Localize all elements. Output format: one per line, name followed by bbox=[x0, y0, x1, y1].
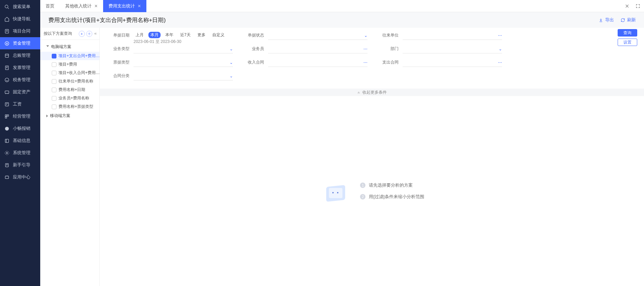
filter-income-contract: 收入合同 ⋯ bbox=[242, 59, 377, 72]
sidebar-item-basic-info[interactable]: 基础信息 bbox=[0, 135, 40, 147]
business-icon bbox=[4, 114, 9, 119]
scheme-panel: 按以下方案查询 + « 电脑端方案 项目+支出合同+费用… 项目+费用 项目+收… bbox=[40, 28, 100, 286]
query-button[interactable]: 查询 bbox=[618, 29, 637, 37]
scheme-item[interactable]: 业务员+费用名称 bbox=[40, 94, 99, 102]
scheme-item-icon bbox=[52, 104, 56, 109]
fullscreen-button[interactable] bbox=[635, 3, 641, 9]
filter-dept: 部门 ⌄ bbox=[377, 45, 511, 59]
tab-home[interactable]: 首页 bbox=[40, 0, 60, 12]
income-contract-input[interactable] bbox=[268, 59, 367, 67]
close-tab-button[interactable] bbox=[624, 3, 630, 9]
more-icon[interactable]: ⋯ bbox=[498, 33, 502, 38]
page-title: 费用支出统计(项目+支出合同+费用名称+日期) bbox=[48, 16, 599, 24]
tabbar: 首页 其他收入统计✕ 费用支出统计✕ bbox=[40, 0, 644, 12]
svg-rect-27 bbox=[5, 176, 8, 178]
sidebar-item-tax[interactable]: 税务管理 bbox=[0, 74, 40, 86]
sidebar-item-business[interactable]: 经营管理 bbox=[0, 110, 40, 122]
sidebar-item-label: 总账管理 bbox=[13, 52, 30, 58]
svg-point-11 bbox=[5, 78, 8, 81]
sidebar-item-salary[interactable]: 工资 bbox=[0, 98, 40, 110]
operator-input[interactable] bbox=[268, 45, 367, 53]
svg-line-1 bbox=[7, 7, 9, 9]
empty-illustration bbox=[319, 176, 350, 206]
refresh-label: 刷新 bbox=[627, 17, 636, 23]
collapse-label: 收起更多条件 bbox=[362, 90, 387, 95]
svg-point-32 bbox=[89, 33, 90, 34]
sidebar-item-system[interactable]: 系统管理 bbox=[0, 147, 40, 159]
chevron-down-icon[interactable]: ⌄ bbox=[230, 60, 233, 65]
biztype-select[interactable] bbox=[134, 45, 233, 53]
chevron-down-icon[interactable]: ⌄ bbox=[499, 47, 502, 51]
scheme-item[interactable]: 往来单位+费用名称 bbox=[40, 77, 99, 86]
date-seg-this-year[interactable]: 本年 bbox=[163, 32, 175, 38]
dept-select[interactable] bbox=[403, 45, 502, 53]
sidebar: 搜索菜单 快捷导航 项目合同 资金管理 总账管理 发票管理 税务管理 固定资产 … bbox=[0, 0, 40, 286]
sidebar-item-label: 搜索菜单 bbox=[13, 4, 30, 10]
expense-contract-input[interactable] bbox=[403, 59, 502, 67]
filter-bill-status: 单据状态 ⌄ bbox=[242, 32, 377, 45]
refresh-button[interactable]: 刷新 bbox=[621, 17, 636, 23]
contract-class-select[interactable] bbox=[134, 72, 233, 80]
sidebar-item-general-ledger[interactable]: 总账管理 bbox=[0, 49, 40, 62]
more-icon[interactable]: ⋯ bbox=[363, 47, 367, 51]
empty-state: 1请先选择要分析的方案 2用[过滤]条件来缩小分析范围 bbox=[100, 96, 644, 286]
date-range-text: 2023-06-01 至 2023-06-30 bbox=[134, 39, 233, 45]
content: 按以下方案查询 + « 电脑端方案 项目+支出合同+费用… 项目+费用 项目+收… bbox=[40, 28, 644, 286]
chevron-down-icon[interactable]: ⌄ bbox=[230, 74, 233, 78]
filter-label: 业务员 bbox=[242, 45, 264, 52]
scheme-group-mobile[interactable]: 移动端方案 bbox=[40, 111, 99, 121]
sidebar-item-app-center[interactable]: 应用中心 bbox=[0, 171, 40, 183]
collapse-conditions-bar[interactable]: 收起更多条件 bbox=[100, 89, 644, 96]
sidebar-item-label: 发票管理 bbox=[13, 65, 30, 71]
tab-label: 费用支出统计 bbox=[109, 3, 135, 9]
collapse-panel-button[interactable]: « bbox=[94, 31, 97, 37]
scheme-item[interactable]: 项目+费用 bbox=[40, 60, 99, 69]
date-seg-7days[interactable]: 近7天 bbox=[178, 32, 193, 38]
sidebar-item-funds[interactable]: 资金管理 bbox=[0, 37, 40, 49]
scheme-item[interactable]: 项目+支出合同+费用… bbox=[40, 52, 99, 60]
tab-other-income-stats[interactable]: 其他收入统计✕ bbox=[60, 0, 103, 12]
scheme-item-label: 费用名称+票据类型 bbox=[58, 104, 93, 110]
sidebar-item-fixed-asset[interactable]: 固定资产 bbox=[0, 86, 40, 98]
svg-point-26 bbox=[6, 164, 7, 165]
more-icon[interactable]: ⋯ bbox=[363, 60, 367, 65]
vouchertype-select[interactable] bbox=[134, 59, 233, 67]
tab-expense-stats[interactable]: 费用支出统计✕ bbox=[103, 0, 146, 12]
status-select[interactable] bbox=[268, 32, 367, 40]
sidebar-item-quicknav[interactable]: 快捷导航 bbox=[0, 13, 40, 25]
settings-button[interactable]: 设置 bbox=[618, 39, 637, 46]
sidebar-item-project-contract[interactable]: 项目合同 bbox=[0, 25, 40, 37]
sidebar-item-search-menu[interactable]: 搜索菜单 bbox=[0, 1, 40, 13]
scheme-item[interactable]: 费用名称+票据类型 bbox=[40, 102, 99, 111]
date-seg-this-month[interactable]: 本月 bbox=[148, 32, 161, 38]
scheme-header-text: 按以下方案查询 bbox=[44, 31, 79, 37]
scheme-settings-button[interactable] bbox=[86, 31, 92, 37]
export-button[interactable]: 导出 bbox=[599, 17, 614, 23]
sidebar-item-newbie-guide[interactable]: 新手引导 bbox=[0, 159, 40, 171]
filter-actions: 查询 设置 bbox=[618, 28, 637, 89]
step-number: 2 bbox=[360, 194, 365, 199]
scheme-item[interactable]: 费用名称+日期 bbox=[40, 86, 99, 94]
scheme-item-label: 项目+收入合同+费用… bbox=[58, 70, 99, 76]
scheme-item[interactable]: 项目+收入合同+费用… bbox=[40, 69, 99, 77]
close-icon[interactable]: ✕ bbox=[138, 4, 141, 8]
sidebar-item-reimburse[interactable]: 小畅报销 bbox=[0, 122, 40, 135]
partner-input[interactable] bbox=[403, 32, 502, 40]
add-scheme-button[interactable]: + bbox=[79, 31, 85, 37]
filter-label: 票据类型 bbox=[108, 59, 129, 65]
close-icon[interactable]: ✕ bbox=[94, 4, 98, 8]
date-seg-last-month[interactable]: 上月 bbox=[134, 32, 146, 38]
sidebar-item-invoice[interactable]: 发票管理 bbox=[0, 62, 40, 74]
scheme-item-icon bbox=[52, 79, 56, 84]
scheme-group-label: 移动端方案 bbox=[50, 113, 70, 119]
date-seg-more[interactable]: 更多 bbox=[195, 32, 208, 38]
scheme-item-icon bbox=[52, 71, 56, 75]
more-icon[interactable]: ⋯ bbox=[498, 60, 502, 65]
date-seg-custom[interactable]: 自定义 bbox=[210, 32, 226, 38]
chevron-down-icon[interactable]: ⌄ bbox=[230, 47, 233, 51]
chevron-down-icon[interactable]: ⌄ bbox=[364, 33, 367, 38]
scheme-group-pc[interactable]: 电脑端方案 bbox=[40, 42, 99, 52]
search-icon bbox=[4, 4, 9, 9]
main: 首页 其他收入统计✕ 费用支出统计✕ 费用支出统计(项目+支出合同+费用名称+日… bbox=[40, 0, 644, 286]
sidebar-item-label: 资金管理 bbox=[13, 40, 30, 46]
